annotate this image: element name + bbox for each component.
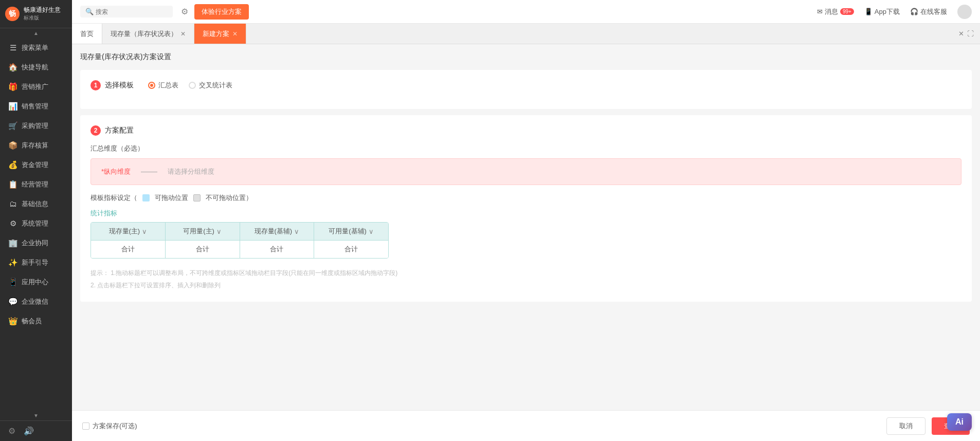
inventory-icon: 📦 bbox=[8, 141, 17, 150]
sidebar-item-finance[interactable]: 💰 资金管理 bbox=[0, 155, 72, 175]
sort-icon-0: ∨ bbox=[142, 228, 147, 235]
radio-summary-circle bbox=[148, 82, 155, 89]
template-settings-row: 模板指标设定（ 可拖动位置 不可拖动位置） bbox=[90, 193, 961, 203]
sidebar-item-vip[interactable]: 👑 畅会员 bbox=[0, 311, 72, 331]
tab-new-plan[interactable]: 新建方案 ✕ bbox=[194, 24, 246, 44]
dimension-required-label: *纵向维度 bbox=[101, 167, 131, 176]
app-download-btn[interactable]: 📱 App下载 bbox=[864, 7, 900, 16]
topbar-settings-icon[interactable]: ⚙ bbox=[181, 7, 188, 16]
body-cell-0-3: 合计 bbox=[314, 240, 388, 258]
header-cell-0[interactable]: 现存量(主) ∨ bbox=[91, 223, 166, 240]
vip-icon: 👑 bbox=[8, 317, 17, 326]
tab-inventory-status[interactable]: 现存量（库存状况表） ✕ bbox=[102, 24, 194, 44]
main-wrapper: 🔍 ⚙ 体验行业方案 ✉ 消息 99+ 📱 App下载 🎧 在线客服 首页 bbox=[72, 0, 980, 441]
guide-icon: ✨ bbox=[8, 258, 17, 267]
sidebar-item-label: 应用中心 bbox=[22, 278, 48, 287]
volume-icon[interactable]: 🔊 bbox=[24, 426, 34, 436]
dimension-row[interactable]: *纵向维度 —— 请选择分组维度 bbox=[90, 158, 961, 185]
brand-logo: 畅 bbox=[5, 7, 20, 21]
radio-summary[interactable]: 汇总表 bbox=[148, 81, 178, 90]
finance-icon: 💰 bbox=[8, 160, 17, 170]
stats-table-body: 合计 合计 合计 合计 bbox=[91, 240, 388, 258]
save-checkbox[interactable] bbox=[82, 422, 89, 430]
gift-icon: 🎁 bbox=[8, 82, 17, 91]
basic-info-icon: 🗂 bbox=[8, 199, 17, 209]
home-icon: 🏠 bbox=[8, 63, 17, 72]
draggable-badge bbox=[142, 194, 150, 201]
dimension-field-label: 汇总维度（必选） bbox=[90, 144, 961, 153]
sidebar-footer: ⚙ 🔊 bbox=[0, 420, 72, 441]
headset-icon: 🎧 bbox=[910, 8, 918, 15]
sidebar: 畅 畅康通好生意 标准版 ▲ ☰ 搜索菜单 🏠 快捷导航 🎁 营销推广 📊 销售… bbox=[0, 0, 72, 441]
tab-home[interactable]: 首页 bbox=[72, 24, 102, 44]
experience-btn[interactable]: 体验行业方案 bbox=[194, 4, 249, 20]
sidebar-item-app-center[interactable]: 📱 应用中心 bbox=[0, 272, 72, 292]
sidebar-item-search-menu[interactable]: ☰ 搜索菜单 bbox=[0, 38, 72, 58]
tab-close-window-icon[interactable]: ✕ bbox=[958, 30, 964, 38]
tabbar: 首页 现存量（库存状况表） ✕ 新建方案 ✕ ✕ ⛶ bbox=[72, 24, 980, 44]
sidebar-item-label: 新手引导 bbox=[22, 258, 48, 267]
header-cell-1[interactable]: 可用量(主) ∨ bbox=[166, 223, 240, 240]
sales-icon: 📊 bbox=[8, 102, 17, 111]
sidebar-scroll-up[interactable]: ▲ bbox=[0, 28, 72, 38]
tip-1: 提示： 1.拖动标题栏可以调整布局，不可跨维度或指标区域拖动栏目字段(只能在同一… bbox=[90, 267, 961, 279]
step1-header: 1 选择模板 汇总表 交叉统计表 bbox=[90, 80, 961, 90]
ai-button[interactable]: Ai bbox=[947, 413, 972, 431]
sidebar-item-basic-info[interactable]: 🗂 基础信息 bbox=[0, 194, 72, 214]
sidebar-scroll-down[interactable]: ▼ bbox=[0, 411, 72, 420]
search-input[interactable] bbox=[96, 8, 157, 15]
tab-expand-controls: ✕ ⛶ bbox=[952, 24, 980, 44]
sidebar-item-guide[interactable]: ✨ 新手引导 bbox=[0, 253, 72, 272]
sidebar-item-marketing[interactable]: 🎁 营销推广 bbox=[0, 77, 72, 97]
sidebar-item-label: 销售管理 bbox=[22, 102, 48, 111]
sidebar-item-label: 快捷导航 bbox=[22, 63, 48, 72]
sort-icon-2: ∨ bbox=[294, 228, 299, 235]
step2-title: 方案配置 bbox=[105, 126, 134, 135]
message-btn[interactable]: ✉ 消息 99+ bbox=[817, 7, 854, 16]
topbar-right: ✉ 消息 99+ 📱 App下载 🎧 在线客服 bbox=[817, 5, 972, 19]
search-menu-icon: ☰ bbox=[8, 43, 17, 52]
tab-maximize-icon[interactable]: ⛶ bbox=[967, 30, 974, 38]
sidebar-item-inventory[interactable]: 📦 库存核算 bbox=[0, 136, 72, 155]
sidebar-item-label: 基础信息 bbox=[22, 199, 48, 209]
wechat-icon: 💬 bbox=[8, 297, 17, 306]
sidebar-item-system[interactable]: ⚙ 系统管理 bbox=[0, 214, 72, 233]
sidebar-item-wechat[interactable]: 💬 企业微信 bbox=[0, 292, 72, 311]
step1-title: 选择模板 bbox=[105, 81, 134, 90]
non-draggable-badge bbox=[193, 194, 201, 201]
tab-close-icon[interactable]: ✕ bbox=[180, 30, 186, 38]
enterprise-icon: 🏢 bbox=[8, 238, 17, 248]
tab-close-active-icon[interactable]: ✕ bbox=[232, 30, 238, 38]
sidebar-item-label: 库存核算 bbox=[22, 141, 48, 150]
sidebar-item-sales[interactable]: 📊 销售管理 bbox=[0, 97, 72, 116]
tip-2: 2. 点击标题栏下拉可设置排序、插入列和删除列 bbox=[90, 279, 961, 291]
search-box[interactable]: 🔍 bbox=[80, 6, 173, 17]
sidebar-item-purchase[interactable]: 🛒 采购管理 bbox=[0, 116, 72, 136]
cancel-button[interactable]: 取消 bbox=[886, 417, 925, 435]
sidebar-item-label: 资金管理 bbox=[22, 160, 48, 170]
sort-icon-1: ∨ bbox=[216, 228, 222, 235]
user-avatar[interactable] bbox=[957, 5, 972, 19]
step1-card: 1 选择模板 汇总表 交叉统计表 bbox=[80, 70, 972, 109]
sidebar-item-label: 企业微信 bbox=[22, 297, 48, 306]
sidebar-item-label: 营销推广 bbox=[22, 82, 48, 91]
settings-icon[interactable]: ⚙ bbox=[8, 426, 15, 436]
online-service-btn[interactable]: 🎧 在线客服 bbox=[910, 7, 947, 16]
system-icon: ⚙ bbox=[8, 219, 17, 228]
step2-badge: 2 bbox=[90, 125, 101, 136]
purchase-icon: 🛒 bbox=[8, 121, 17, 131]
sidebar-item-operations[interactable]: 📋 经营管理 bbox=[0, 175, 72, 194]
draggable-label: 可拖动位置 bbox=[155, 193, 188, 203]
radio-cross[interactable]: 交叉统计表 bbox=[189, 81, 232, 90]
message-icon: ✉ bbox=[817, 8, 823, 15]
sidebar-item-enterprise[interactable]: 🏢 企业协同 bbox=[0, 233, 72, 253]
non-draggable-label: 不可拖动位置） bbox=[206, 193, 252, 203]
step2-header: 2 方案配置 bbox=[90, 125, 961, 136]
save-option[interactable]: 方案保存(可选) bbox=[82, 421, 137, 431]
radio-cross-circle bbox=[189, 82, 196, 89]
header-cell-3[interactable]: 可用量(基辅) ∨ bbox=[314, 223, 388, 240]
sidebar-item-quick-nav[interactable]: 🏠 快捷导航 bbox=[0, 58, 72, 77]
body-cell-0-0: 合计 bbox=[91, 240, 166, 258]
step2-card: 2 方案配置 汇总维度（必选） *纵向维度 —— 请选择分组维度 模板指标设定（… bbox=[80, 115, 972, 302]
header-cell-2[interactable]: 现存量(基辅) ∨ bbox=[240, 223, 315, 240]
